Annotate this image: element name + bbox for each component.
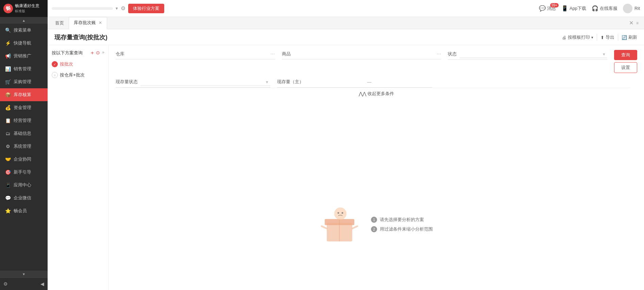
sidebar-footer: ⚙ ◀	[0, 277, 48, 290]
collapse-more-btn[interactable]: ⋀⋀ 收起更多条件	[122, 88, 630, 99]
print-dropdown-icon[interactable]: ▾	[591, 35, 593, 40]
scheme-settings-icon[interactable]: ⊙	[96, 50, 100, 56]
goods-input[interactable]	[293, 50, 436, 58]
tab-bar: 首页 库存批次账 ✕ ✕ ≡	[48, 17, 644, 29]
tip-text-2: 用过滤条件来缩小分析范围	[380, 226, 433, 232]
app-title: 畅康通好生意	[15, 3, 39, 9]
left-panel-header-icons: + ⊙ »	[91, 50, 104, 56]
chat-icon: 💬	[5, 195, 11, 201]
export-btn[interactable]: ⬆ 导出	[600, 34, 614, 40]
sidebar-item-sales[interactable]: 📊 销售管理	[0, 62, 48, 75]
tip-num-1: 1	[371, 217, 377, 223]
stock-amount-from[interactable]	[306, 78, 365, 86]
status-select[interactable]	[459, 50, 607, 58]
sidebar-title-area: 畅康通好生意 标准版	[15, 3, 39, 14]
megaphone-icon: 📢	[5, 53, 11, 59]
goods-filter: 商品 ···	[282, 50, 441, 59]
page-title: 现存量查询(按批次)	[54, 33, 107, 41]
app-logo: 畅	[3, 4, 13, 13]
empty-illustration	[320, 204, 361, 245]
warehouse-filter: 仓库 ···	[116, 50, 275, 59]
sidebar-item-inventory[interactable]: 📦 库存核算	[0, 88, 48, 101]
refresh-label: 刷新	[628, 34, 637, 40]
empty-svg	[320, 204, 361, 245]
scroll-down-btn[interactable]: ▼	[0, 271, 48, 277]
warehouse-input[interactable]	[127, 50, 270, 58]
refresh-icon: 🔄	[622, 35, 627, 40]
topbar-dropdown-icon[interactable]: ▾	[116, 6, 118, 11]
user-info[interactable]: Rit	[623, 4, 640, 13]
phone-download-icon: 📱	[561, 5, 568, 12]
stock-status-label: 现存量状态	[116, 79, 138, 85]
sidebar-item-basic[interactable]: 🗂 基础信息	[0, 127, 48, 140]
tip-num-2: 2	[371, 226, 377, 232]
tab-close-right-icon[interactable]: ✕	[629, 20, 633, 26]
experience-btn[interactable]: 体验行业方案	[128, 4, 164, 13]
query-button[interactable]: 查询	[614, 50, 637, 60]
tab-expand-icon[interactable]: ≡	[636, 21, 639, 25]
add-scheme-icon[interactable]: +	[91, 50, 94, 56]
nav-label-purchase: 采购管理	[14, 79, 31, 85]
sidebar-item-finance[interactable]: 💰 资金管理	[0, 101, 48, 114]
headset-icon: 🎧	[592, 5, 598, 12]
sidebar-nav: 🔍 搜索菜单 ⚡ 快捷导航 📢 营销推广 📊 销售管理 🛒 采购管理 📦 库存核…	[0, 24, 48, 271]
money-icon: 💰	[5, 105, 11, 111]
topbar-search-area[interactable]	[52, 7, 113, 10]
nav-label-newbie: 新手引导	[14, 169, 31, 175]
sidebar-item-marketing[interactable]: 📢 营销推广	[0, 50, 48, 62]
scroll-up-btn[interactable]: ▲	[0, 17, 48, 24]
sidebar-item-quicknav[interactable]: ⚡ 快捷导航	[0, 37, 48, 50]
scheme-batch[interactable]: ✓ 按批次	[48, 59, 108, 70]
print-btn[interactable]: 🖨 按模板打印 ▾	[562, 34, 593, 40]
empty-tip-1: 1 请先选择要分析的方案	[371, 217, 433, 223]
main-area: ▾ ⚙ 体验行业方案 💬 消息 99+ 📱 App下载 🎧 在线客服 Rit	[48, 0, 644, 290]
search-icon: 🔍	[5, 27, 11, 33]
scheme-warehouse-batch[interactable]: ○ 按仓库+批次	[48, 70, 108, 80]
settings-button[interactable]: 设置	[614, 62, 637, 73]
sidebar-item-newbie[interactable]: 🎯 新手引导	[0, 166, 48, 179]
warehouse-more-icon[interactable]: ···	[270, 51, 275, 57]
nav-label-marketing: 营销推广	[14, 53, 31, 59]
messages-btn[interactable]: 💬 消息 99+	[539, 5, 556, 12]
refresh-btn[interactable]: 🔄 刷新	[622, 34, 637, 40]
sidebar-item-apps[interactable]: 📱 应用中心	[0, 179, 48, 192]
tab-home[interactable]: 首页	[50, 17, 69, 29]
stock-amount-to[interactable]	[374, 78, 432, 86]
status-filter: 状态	[448, 50, 607, 60]
chart-icon: 📊	[5, 66, 11, 72]
collapse-sidebar-icon[interactable]: ◀	[40, 281, 44, 287]
sidebar-item-system[interactable]: ⚙ 系统管理	[0, 140, 48, 153]
sidebar-item-purchase[interactable]: 🛒 采购管理	[0, 75, 48, 88]
left-panel: 按以下方案查询 + ⊙ » ✓ 按批次 ○ 按仓库+批次	[48, 45, 109, 290]
sidebar-item-wechat[interactable]: 💬 企业微信	[0, 192, 48, 204]
sidebar-item-search[interactable]: 🔍 搜索菜单	[0, 24, 48, 37]
tab-close-icon[interactable]: ✕	[99, 20, 102, 25]
messages-badge: 99+	[550, 3, 559, 7]
stock-amount-dash: —	[367, 79, 372, 85]
status-select-wrap	[459, 50, 607, 58]
phone-icon: 📱	[5, 182, 11, 188]
stock-status-select[interactable]	[140, 78, 270, 86]
filter-buttons: 查询 设置	[614, 50, 637, 73]
sidebar-item-member[interactable]: ⭐ 畅会员	[0, 204, 48, 217]
nav-label-collab: 企业协同	[14, 156, 31, 162]
target-icon: 🎯	[5, 169, 11, 175]
tab-home-label: 首页	[55, 20, 64, 26]
sidebar-item-collab[interactable]: 🤝 企业协同	[0, 153, 48, 166]
customer-service-btn[interactable]: 🎧 在线客服	[592, 5, 617, 12]
sidebar-item-operation[interactable]: 📋 经营管理	[0, 114, 48, 127]
filter-top-row: 仓库 ··· 商品 ··· 状态	[116, 50, 637, 73]
page-header-actions: 🖨 按模板打印 ▾ ⬆ 导出 🔄 刷新	[562, 34, 637, 41]
tab-inventory-batch[interactable]: 库存批次账 ✕	[69, 17, 107, 29]
collapse-left-icon[interactable]: »	[102, 50, 104, 56]
lightning-icon: ⚡	[5, 40, 11, 46]
settings-footer-icon[interactable]: ⚙	[3, 281, 8, 287]
sidebar-search-label: 搜索菜单	[14, 27, 31, 33]
status-label: 状态	[448, 51, 457, 57]
goods-more-icon[interactable]: ···	[437, 51, 441, 57]
topbar-settings-icon[interactable]: ⚙	[121, 5, 125, 12]
left-panel-title: 按以下方案查询	[52, 50, 83, 56]
filter-and-results: 仓库 ··· 商品 ··· 状态	[109, 45, 644, 290]
content-body: 按以下方案查询 + ⊙ » ✓ 按批次 ○ 按仓库+批次	[48, 45, 644, 290]
app-download-btn[interactable]: 📱 App下载	[561, 5, 586, 12]
